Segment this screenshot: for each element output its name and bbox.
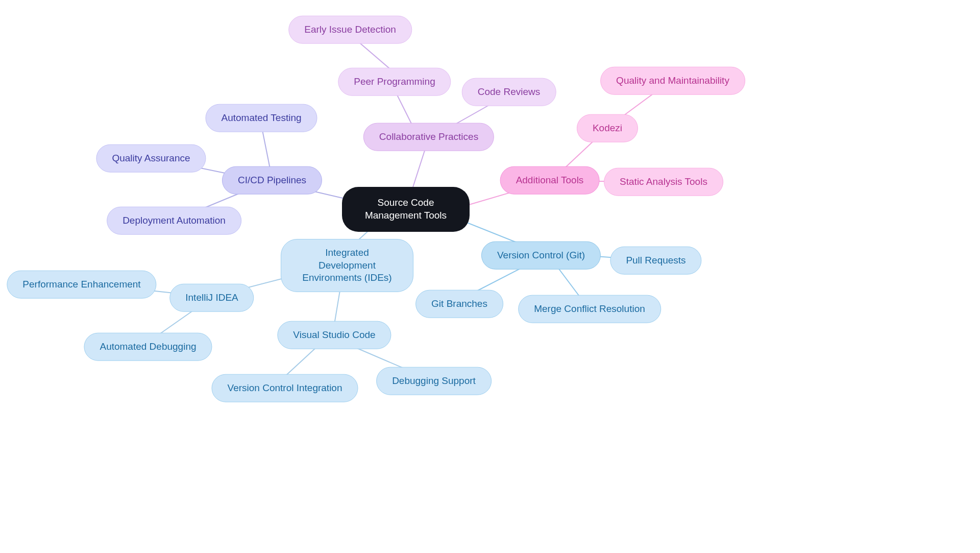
node-label: Quality and Maintainability — [616, 75, 729, 87]
node-label: Visual Studio Code — [293, 329, 375, 342]
node-label: Git Branches — [431, 298, 487, 310]
node-automated-testing[interactable]: Automated Testing — [205, 104, 317, 132]
svg-line-17 — [396, 92, 413, 128]
node-collaborative[interactable]: Collaborative Practices — [363, 123, 494, 151]
node-debugging-support[interactable]: Debugging Support — [376, 367, 492, 395]
node-label: Merge Conflict Resolution — [534, 303, 645, 316]
node-additional-tools[interactable]: Additional Tools — [500, 166, 600, 195]
node-ides[interactable]: Integrated Development Environments (IDE… — [281, 239, 413, 292]
root-label: Source Code Management Tools — [357, 197, 454, 222]
node-peer-programming[interactable]: Peer Programming — [338, 68, 451, 96]
mindmap-canvas: Source Code Management Tools Version Con… — [0, 0, 980, 553]
node-version-control[interactable]: Version Control (Git) — [481, 242, 601, 270]
node-label: Collaborative Practices — [379, 131, 478, 143]
node-merge-conflict[interactable]: Merge Conflict Resolution — [518, 295, 661, 323]
node-auto-debugging[interactable]: Automated Debugging — [84, 333, 212, 361]
svg-line-10 — [283, 347, 316, 378]
node-git-branches[interactable]: Git Branches — [415, 290, 503, 318]
node-kodezi[interactable]: Kodezi — [577, 114, 638, 142]
node-label: Debugging Support — [392, 375, 476, 388]
node-label: Quality Assurance — [112, 152, 190, 165]
node-label: Performance Enhancement — [22, 278, 140, 291]
node-label: Integrated Development Environments (IDE… — [297, 247, 398, 284]
node-label: Deployment Automation — [122, 214, 226, 227]
node-label: Version Control Integration — [228, 382, 342, 395]
node-label: Code Reviews — [478, 86, 541, 99]
node-deployment-automation[interactable]: Deployment Automation — [107, 207, 241, 235]
node-intellij[interactable]: IntelliJ IDEA — [169, 284, 254, 312]
node-code-reviews[interactable]: Code Reviews — [462, 78, 556, 106]
node-label: Peer Programming — [354, 76, 435, 88]
node-label: Static Analysis Tools — [620, 176, 707, 188]
node-label: Kodezi — [593, 122, 622, 135]
node-label: Automated Debugging — [100, 341, 196, 353]
svg-line-19 — [357, 41, 393, 71]
node-version-control-integration[interactable]: Version Control Integration — [212, 374, 358, 402]
node-label: Early Issue Detection — [304, 23, 396, 36]
node-label: CI/CD Pipelines — [238, 174, 306, 187]
node-cicd[interactable]: CI/CD Pipelines — [222, 166, 322, 195]
node-label: Version Control (Git) — [497, 249, 585, 262]
node-vscode[interactable]: Visual Studio Code — [277, 321, 391, 349]
node-pull-requests[interactable]: Pull Requests — [610, 247, 701, 275]
node-early-detection[interactable]: Early Issue Detection — [288, 16, 412, 44]
node-quality-maintainability[interactable]: Quality and Maintainability — [600, 67, 745, 95]
node-static-analysis[interactable]: Static Analysis Tools — [604, 168, 723, 196]
node-qa[interactable]: Quality Assurance — [96, 145, 206, 173]
root-node[interactable]: Source Code Management Tools — [342, 187, 470, 232]
node-perf-enhancement[interactable]: Performance Enhancement — [7, 271, 156, 299]
node-label: IntelliJ IDEA — [185, 292, 238, 304]
node-label: Additional Tools — [516, 174, 584, 187]
node-label: Pull Requests — [626, 254, 685, 267]
node-label: Automated Testing — [221, 112, 301, 125]
